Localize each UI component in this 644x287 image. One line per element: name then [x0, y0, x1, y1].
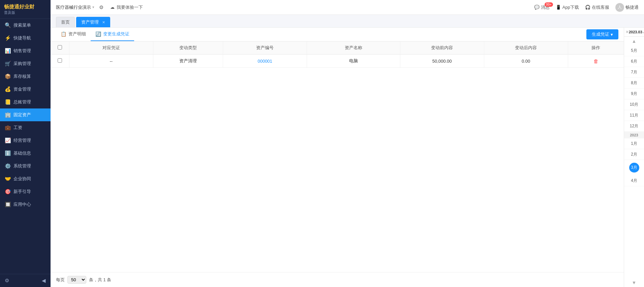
sidebar-item-collab[interactable]: 🤝 企业协同: [0, 172, 51, 185]
sidebar-item-system[interactable]: ⚙️ 系统管理: [0, 160, 51, 172]
generate-voucher-button[interactable]: 生成凭证 ▾: [586, 29, 618, 39]
cal-expand-btn[interactable]: ⤢: [642, 30, 644, 34]
delete-icon[interactable]: 🗑: [593, 58, 599, 64]
sidebar-item-app-center[interactable]: 🔲 应用中心: [0, 198, 51, 211]
close-icon[interactable]: ✕: [102, 20, 105, 24]
tab-home[interactable]: 首页: [56, 17, 75, 27]
sidebar-item-label: 固定资产: [13, 112, 31, 118]
sidebar-item-label: 应用中心: [13, 201, 31, 208]
chevron-down-icon: ▾: [611, 32, 613, 37]
pagination: 每页 50 10 20 100 条，共 1 条: [51, 272, 624, 287]
sidebar-item-sales[interactable]: 📊 销售管理: [0, 44, 51, 57]
sidebar-item-purchase[interactable]: 🛒 采购管理: [0, 57, 51, 70]
cal-month-11[interactable]: 11月: [624, 110, 644, 121]
sidebar-item-label: 快捷导航: [13, 35, 31, 41]
sidebar-item-quick-nav[interactable]: ⚡ 快捷导航: [0, 32, 51, 44]
calendar-title: 2023.03: [629, 30, 642, 34]
gear-icon: ⚙️: [5, 163, 11, 169]
experience-label: 我要体验一下: [117, 4, 143, 10]
target-icon: 🎯: [5, 189, 11, 195]
company-name: 医疗器械行业演示: [56, 4, 91, 10]
collapse-icon[interactable]: ◀: [42, 278, 46, 284]
settings-icon[interactable]: ⚙: [99, 4, 103, 10]
cal-month-10[interactable]: 10月: [624, 99, 644, 110]
total-label: 条，共 1 条: [89, 277, 111, 283]
cal-month-6[interactable]: 6月: [624, 56, 644, 67]
cal-prev-btn[interactable]: ✕: [625, 30, 629, 34]
sidebar-item-label: 企业协同: [13, 176, 31, 182]
sidebar-item-management[interactable]: 📈 经营管理: [0, 134, 51, 147]
settings-icon[interactable]: ⚙: [5, 278, 9, 284]
asset-panel: 📋 资产明细 🔄 变更生成凭证 生成凭证 ▾: [51, 28, 624, 287]
select-all-checkbox[interactable]: [58, 45, 62, 50]
cal-up-btn[interactable]: ▲: [624, 37, 644, 45]
sidebar-item-search[interactable]: 🔍 搜索菜单: [0, 19, 51, 32]
cal-month-2023-2[interactable]: 2月: [624, 149, 644, 160]
cell-change-type: 资产清理: [153, 55, 223, 68]
company-selector[interactable]: 医疗器械行业演示 ▾: [56, 4, 94, 10]
sidebar-item-label: 采购管理: [13, 61, 31, 67]
phone-icon: 📱: [556, 5, 561, 10]
trend-icon: 📈: [5, 137, 11, 144]
main-content: 医疗器械行业演示 ▾ ⚙ ☁ 我要体验一下 💬 消息 99+ 📱 App下载 🎧…: [51, 0, 644, 287]
tab-bar: 首页 资产管理 ✕: [51, 15, 644, 28]
experience-btn[interactable]: ☁ 我要体验一下: [110, 4, 143, 10]
briefcase-icon: 💼: [5, 125, 11, 131]
sidebar-item-salary[interactable]: 💼 工资: [0, 121, 51, 134]
col-after: 变动后内容: [484, 41, 568, 55]
cal-month-12[interactable]: 12月: [624, 121, 644, 132]
customer-service-btn[interactable]: 🎧 在线客服: [585, 4, 609, 10]
app-download-btn[interactable]: 📱 App下载: [556, 4, 579, 10]
logo-sub: 普及版: [4, 10, 15, 15]
search-icon: 🔍: [5, 22, 11, 28]
sidebar-item-assets[interactable]: 🏢 固定资产: [0, 108, 51, 121]
topbar: 医疗器械行业演示 ▾ ⚙ ☁ 我要体验一下 💬 消息 99+ 📱 App下载 🎧…: [51, 0, 644, 15]
app-download-label: App下载: [562, 4, 579, 10]
tab-asset-mgmt[interactable]: 资产管理 ✕: [76, 17, 110, 27]
row-checkbox[interactable]: [58, 58, 62, 63]
col-op: 操作: [568, 41, 624, 55]
lightning-icon: ⚡: [5, 35, 11, 41]
cal-month-2023-3[interactable]: 3月: [629, 163, 639, 173]
building-icon: 🏢: [5, 112, 11, 118]
calendar-scroll: 5月 6月 7月 8月 9月 10月 11月 12月 2023 1月 2月 3月…: [624, 45, 644, 278]
message-icon: 💬: [534, 5, 540, 10]
cal-month-8[interactable]: 8月: [624, 78, 644, 89]
cell-asset-code: 000001: [223, 55, 307, 68]
cal-month-9[interactable]: 9月: [624, 89, 644, 99]
topbar-right: 💬 消息 99+ 📱 App下载 🎧 在线客服 人 畅捷通: [534, 3, 639, 12]
per-page-label: 每页: [56, 277, 65, 283]
chevron-down-icon: ▾: [92, 5, 94, 9]
sidebar-item-ledger[interactable]: 📒 总账管理: [0, 96, 51, 108]
cal-month-7[interactable]: 7月: [624, 67, 644, 78]
per-page-select[interactable]: 50 10 20 100: [67, 276, 86, 284]
cal-month-5[interactable]: 5月: [624, 45, 644, 56]
grid-icon: 🔲: [5, 201, 11, 208]
sidebar-item-label: 库存核算: [13, 73, 31, 79]
book-icon: 📒: [5, 99, 11, 105]
sub-tab-change-voucher-label: 变更生成凭证: [103, 31, 129, 37]
cell-before-content: 50,000.00: [400, 55, 484, 68]
avatar: 人: [615, 3, 624, 12]
user-menu[interactable]: 人 畅捷通: [615, 3, 639, 12]
sidebar-item-label: 经营管理: [13, 137, 31, 144]
handshake-icon: 🤝: [5, 176, 11, 182]
calendar-header: ✕ 2023.03 ⤢: [624, 28, 644, 37]
col-code: 资产编号: [223, 41, 307, 55]
cal-down-btn[interactable]: ▼: [624, 278, 644, 287]
customer-service-label: 在线客服: [592, 4, 609, 10]
cal-month-2023-4[interactable]: 4月: [624, 176, 644, 186]
col-type: 变动类型: [153, 41, 223, 55]
sidebar-item-guide[interactable]: 🎯 新手引导: [0, 185, 51, 198]
cal-month-2023-1[interactable]: 1月: [624, 138, 644, 149]
sidebar-item-inventory[interactable]: 📦 库存核算: [0, 70, 51, 83]
sub-tab-asset-detail[interactable]: 📋 资产明细: [56, 28, 91, 41]
sidebar-item-basic-info[interactable]: ℹ️ 基础信息: [0, 147, 51, 160]
messages-btn[interactable]: 💬 消息 99+: [534, 4, 550, 10]
sidebar-item-finance[interactable]: 💰 资金管理: [0, 83, 51, 96]
change-icon: 🔄: [95, 31, 101, 37]
tab-home-label: 首页: [61, 20, 70, 25]
sub-tab-change-voucher[interactable]: 🔄 变更生成凭证: [91, 28, 134, 41]
sidebar-bottom: ⚙ ◀: [0, 274, 51, 287]
info-icon: ℹ️: [5, 150, 11, 156]
